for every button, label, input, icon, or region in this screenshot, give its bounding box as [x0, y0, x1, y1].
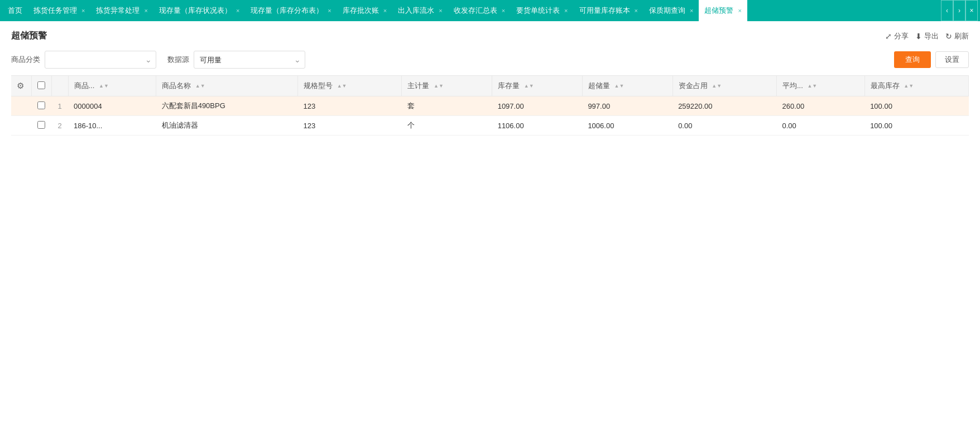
- datasource-filter-label: 数据源: [167, 55, 189, 65]
- share-icon: ⤢: [885, 32, 892, 41]
- table-header: ⚙ 商品... ▲▼ 商品名称 ▲▼ 规格型号 ▲▼: [11, 76, 969, 96]
- nav-stock-dist[interactable]: 现存量（库存分布表） ×: [245, 0, 337, 21]
- page-title: 超储预警: [11, 30, 47, 42]
- nav-order-stats-close[interactable]: ×: [564, 7, 568, 14]
- row-gear-0: [11, 96, 31, 116]
- row-overstock-1: 1006.00: [582, 116, 672, 135]
- col-unit-label: 主计量: [407, 81, 429, 90]
- row-select-0[interactable]: [37, 101, 45, 109]
- nav-summary-label: 收发存汇总表: [454, 6, 497, 16]
- row-unit-1: 个: [402, 116, 492, 135]
- header-row: ⚙ 商品... ▲▼ 商品名称 ▲▼ 规格型号 ▲▼: [11, 76, 969, 96]
- nav-batch-account[interactable]: 库存批次账 ×: [337, 0, 392, 21]
- nav-exception[interactable]: 拣货异常处理 ×: [90, 0, 153, 21]
- nav-inout-flow-close[interactable]: ×: [439, 7, 442, 14]
- row-checkbox-1[interactable]: [31, 116, 51, 135]
- category-filter: 商品分类: [11, 51, 156, 69]
- nav-home[interactable]: 首页: [2, 0, 28, 21]
- nav-available-stock-close[interactable]: ×: [635, 7, 638, 14]
- datasource-select-wrapper: 可用量 库存量: [194, 51, 305, 69]
- nav-more-arrow[interactable]: ×: [965, 0, 978, 21]
- row-spec-1: 123: [298, 116, 402, 135]
- sort-overstock-icon: ▲▼: [614, 84, 624, 89]
- row-stock-1: 1106.00: [492, 116, 583, 135]
- table-body: 1 0000004 六配套新昌490BPG 123 套 1097.00 997.…: [11, 96, 969, 135]
- gear-header[interactable]: ⚙: [11, 76, 31, 96]
- nav-inout-flow-label: 出入库流水: [398, 6, 434, 16]
- page-title-row: 超储预警 ⤢ 分享 ⬇ 导出 ↻ 刷新: [11, 30, 969, 42]
- row-overstock-0: 997.00: [582, 96, 672, 116]
- refresh-label: 刷新: [954, 31, 969, 41]
- export-button[interactable]: ⬇ 导出: [915, 31, 939, 41]
- row-name-0: 六配套新昌490BPG: [156, 96, 298, 116]
- row-capital-0: 259220.00: [672, 96, 776, 116]
- nav-stock-dist-close[interactable]: ×: [328, 7, 331, 14]
- col-capital[interactable]: 资金占用 ▲▼: [672, 76, 776, 96]
- datasource-select[interactable]: 可用量 库存量: [194, 51, 305, 69]
- nav-overstock-close[interactable]: ×: [738, 7, 741, 14]
- row-stock-0: 1097.00: [492, 96, 583, 116]
- nav-overstock[interactable]: 超储预警 ×: [699, 0, 747, 21]
- row-num-1: 2: [51, 116, 68, 135]
- col-overstock-label: 超储量: [588, 81, 610, 90]
- select-all-checkbox[interactable]: [37, 81, 45, 89]
- nav-summary[interactable]: 收发存汇总表 ×: [448, 0, 511, 21]
- nav-stock-status-close[interactable]: ×: [236, 7, 239, 14]
- row-name-1: 机油滤清器: [156, 116, 298, 135]
- row-select-1[interactable]: [37, 121, 45, 129]
- col-name[interactable]: 商品名称 ▲▼: [156, 76, 298, 96]
- settings-button[interactable]: 设置: [935, 51, 969, 68]
- nav-overstock-label: 超储预警: [704, 6, 733, 16]
- row-num-0: 1: [51, 96, 68, 116]
- col-overstock[interactable]: 超储量 ▲▼: [582, 76, 672, 96]
- col-code[interactable]: 商品... ▲▼: [68, 76, 156, 96]
- row-capital-1: 0.00: [672, 116, 776, 135]
- title-actions: ⤢ 分享 ⬇ 导出 ↻ 刷新: [885, 31, 969, 41]
- col-avg[interactable]: 平均... ▲▼: [776, 76, 864, 96]
- nav-task-mgmt-close[interactable]: ×: [81, 7, 85, 14]
- sort-stock-icon: ▲▼: [524, 84, 534, 89]
- nav-expiry-close[interactable]: ×: [690, 7, 693, 14]
- nav-summary-close[interactable]: ×: [502, 7, 505, 14]
- sort-code-icon: ▲▼: [99, 84, 109, 89]
- sort-avg-icon: ▲▼: [807, 84, 817, 89]
- row-spec-0: 123: [298, 96, 402, 116]
- col-unit[interactable]: 主计量 ▲▼: [402, 76, 492, 96]
- nav-available-stock[interactable]: 可用量库存账本 ×: [574, 0, 643, 21]
- col-maxstock[interactable]: 最高库存 ▲▼: [864, 76, 968, 96]
- nav-expiry[interactable]: 保质期查询 ×: [643, 0, 699, 21]
- col-spec-label: 规格型号: [304, 81, 333, 90]
- col-maxstock-label: 最高库存: [871, 81, 900, 90]
- nav-batch-account-close[interactable]: ×: [383, 7, 387, 14]
- category-select-wrapper: [45, 51, 156, 69]
- category-select[interactable]: [45, 51, 156, 69]
- checkbox-header[interactable]: [31, 76, 51, 96]
- data-table: ⚙ 商品... ▲▼ 商品名称 ▲▼ 规格型号 ▲▼: [11, 75, 969, 135]
- row-checkbox-0[interactable]: [31, 96, 51, 116]
- nav-inout-flow[interactable]: 出入库流水 ×: [392, 0, 448, 21]
- share-button[interactable]: ⤢ 分享: [885, 31, 909, 41]
- refresh-icon: ↻: [945, 32, 952, 41]
- export-icon: ⬇: [915, 32, 922, 41]
- col-spec[interactable]: 规格型号 ▲▼: [298, 76, 402, 96]
- col-stock[interactable]: 库存量 ▲▼: [492, 76, 583, 96]
- query-button[interactable]: 查询: [894, 51, 931, 68]
- row-maxstock-1: 100.00: [864, 116, 968, 135]
- topbar: 首页 拣货任务管理 × 拣货异常处理 × 现存量（库存状况表） × 现存量（库存…: [0, 0, 980, 21]
- refresh-button[interactable]: ↻ 刷新: [945, 31, 969, 41]
- nav-exception-close[interactable]: ×: [144, 7, 147, 14]
- col-stock-label: 库存量: [498, 81, 520, 90]
- nav-stock-status[interactable]: 现存量（库存状况表） ×: [153, 0, 245, 21]
- nav-home-label: 首页: [8, 6, 22, 16]
- col-capital-label: 资金占用: [679, 81, 708, 90]
- nav-expiry-label: 保质期查询: [649, 6, 685, 16]
- nav-task-mgmt[interactable]: 拣货任务管理 ×: [28, 0, 90, 21]
- nav-order-stats-label: 要货单统计表: [516, 6, 560, 16]
- nav-next-arrow[interactable]: ›: [953, 0, 965, 21]
- nav-order-stats[interactable]: 要货单统计表 ×: [511, 0, 573, 21]
- share-label: 分享: [894, 31, 909, 41]
- col-rownum: [51, 76, 68, 96]
- nav-prev-arrow[interactable]: ‹: [941, 0, 953, 21]
- gear-icon[interactable]: ⚙: [17, 81, 24, 90]
- sort-maxstock-icon: ▲▼: [904, 84, 914, 89]
